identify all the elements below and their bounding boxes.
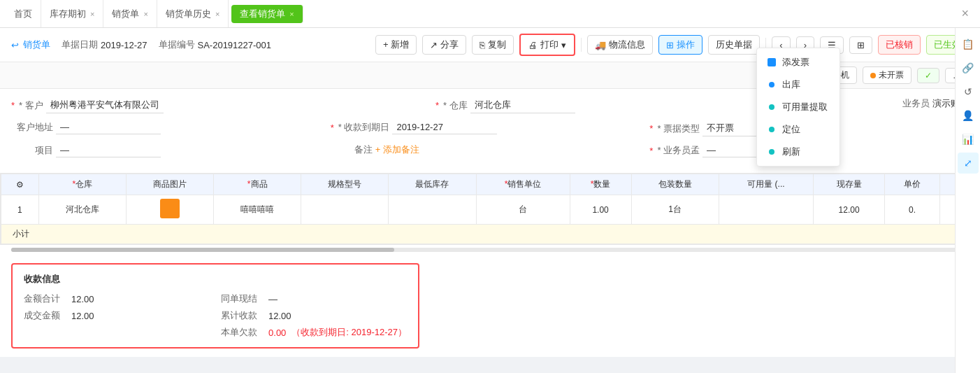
warehouse-value[interactable]: 河北仓库 — [470, 97, 575, 113]
tab-view-sales-order[interactable]: 查看销货单 × — [231, 5, 303, 23]
print-dropdown-arrow: ▾ — [561, 40, 566, 50]
sidebar-refresh-icon[interactable]: ↺ — [958, 81, 979, 102]
required-star5: * — [649, 146, 653, 156]
payment-grid: 金额合计 12.00 同单现结 — 成交金额 12.00 累计收款 12.00 — [24, 293, 407, 339]
due-date-value[interactable]: 2019-12-27 — [392, 120, 497, 134]
col-available: 可用量 (... — [719, 174, 813, 195]
current-owe-value: 0.00 — [268, 328, 286, 338]
print-highlight: 🖨 打印 ▾ — [519, 34, 575, 56]
check-button[interactable]: ✓ — [917, 68, 939, 83]
subtotal-label: 小计 — [1, 225, 979, 244]
view-grid-button[interactable]: ⊞ — [849, 36, 872, 54]
customer-label: * 客户 — [19, 99, 43, 112]
tab-label: 库存期初 — [50, 8, 86, 20]
menu-locate[interactable]: 定位 — [757, 118, 840, 141]
project-value[interactable]: — — [56, 143, 161, 157]
date-value: 2019-12-27 — [101, 40, 147, 50]
window-close-button[interactable]: × — [956, 6, 974, 21]
not-opened-label: 未开票 — [879, 69, 904, 81]
add-note-link[interactable]: + 添加备注 — [375, 143, 419, 156]
doc-actions: + 新增 ↗ 分享 ⎘ 复制 🖨 打印 ▾ 🚚 物流信息 — [375, 34, 969, 56]
sidebar-chart-icon[interactable]: 📊 — [958, 129, 979, 150]
date-label: 单据日期 — [62, 38, 98, 51]
history-button[interactable]: 历史单据 — [708, 35, 760, 55]
address-value[interactable]: — — [56, 120, 161, 134]
tab-close-icon[interactable]: × — [143, 10, 147, 18]
operation-button[interactable]: ⊞ 操作 — [658, 35, 702, 55]
row-unit-price: 0. — [885, 195, 940, 225]
same-order-row: 同单现结 — — [221, 293, 407, 305]
copy-icon: ⎘ — [480, 40, 485, 50]
sidebar-user-icon[interactable]: 👤 — [958, 105, 979, 126]
row-min-stock — [389, 195, 476, 225]
row-spec — [301, 195, 389, 225]
col-pkg-qty: 包装数量 — [631, 174, 719, 195]
sold-status-button[interactable]: 已核销 — [878, 35, 921, 55]
ticket-type-label: * 票据类型 — [657, 122, 700, 135]
note-field: 备注 + 添加备注 — [331, 143, 650, 156]
sidebar-clipboard-icon[interactable]: 📋 — [958, 34, 979, 55]
col-unit-price: 单价 — [885, 174, 940, 195]
not-opened-button[interactable]: 未开票 — [863, 66, 911, 84]
row-seq: 1 — [1, 195, 39, 225]
locate-icon — [767, 125, 777, 134]
scroll-bar[interactable] — [11, 248, 394, 252]
same-order-value: — — [268, 294, 278, 304]
separator — [581, 38, 582, 52]
add-invoice-icon — [767, 57, 777, 67]
note-label: 备注 — [331, 143, 373, 156]
row-pkg-qty: 1台 — [631, 195, 719, 225]
tab-close-icon[interactable]: × — [215, 10, 219, 18]
menu-available-qty[interactable]: 可用量提取 — [757, 96, 840, 118]
customer-value[interactable]: 柳州粤港平安气体有限公司 — [46, 97, 164, 113]
amount-total-label: 金额合计 — [24, 293, 66, 305]
col-stock: 现存量 — [814, 174, 885, 195]
sidebar-expand-icon[interactable]: ⤢ — [958, 153, 979, 174]
table-row: 1 河北仓库 嘻嘻嘻嘻 台 1.00 1台 12.00 0. — [1, 195, 979, 225]
tab-inventory-init[interactable]: 库存期初 × — [41, 0, 103, 27]
required-star4: * — [649, 123, 653, 134]
col-image: 商品图片 — [127, 174, 214, 195]
share-button[interactable]: ↗ 分享 — [422, 35, 466, 55]
cumulative-value: 12.00 — [268, 311, 291, 321]
transaction-row: 成交金额 12.00 — [24, 309, 210, 322]
due-date-hint: （收款到期日: 2019-12-27） — [291, 326, 407, 339]
row-image — [127, 195, 214, 225]
new-label: + 新增 — [383, 38, 409, 51]
col-gear[interactable]: ⚙ — [1, 174, 39, 195]
copy-button[interactable]: ⎘ 复制 — [472, 35, 514, 55]
tab-close-icon[interactable]: × — [289, 10, 294, 18]
doc-title-area: ↩ 销货单 — [11, 38, 50, 51]
tab-close-icon[interactable]: × — [90, 10, 94, 18]
amount-total-value: 12.00 — [71, 294, 94, 304]
menu-add-invoice[interactable]: 添发票 — [757, 51, 840, 73]
menu-out-warehouse[interactable]: 出库 — [757, 73, 840, 96]
tab-sales-order[interactable]: 销货单 × — [103, 0, 157, 27]
new-button[interactable]: + 新增 — [375, 35, 417, 55]
data-table: ⚙ *仓库 商品图片 *商品 规格型号 最低库存 *销售单位 *数量 包装数量 … — [1, 174, 979, 244]
row-warehouse: 河北仓库 — [38, 195, 126, 225]
cumulative-label: 累计收款 — [221, 309, 263, 322]
menu-refresh[interactable]: 刷新 — [757, 141, 840, 163]
tab-bar: 首页 库存期初 × 销货单 × 销货单历史 × 查看销货单 × × — [0, 0, 980, 28]
required-star3: * — [331, 122, 334, 133]
logistics-button[interactable]: 🚚 物流信息 — [587, 35, 653, 55]
warehouse-label: * 仓库 — [443, 99, 468, 112]
copy-label: 复制 — [488, 38, 506, 51]
sidebar-link-icon[interactable]: 🔗 — [958, 57, 979, 78]
operation-label: 操作 — [677, 38, 695, 51]
logistics-icon: 🚚 — [595, 40, 606, 50]
add-invoice-label: 添发票 — [782, 56, 809, 69]
current-owe-label: 本单欠款 — [221, 326, 263, 339]
operation-icon: ⊞ — [666, 40, 674, 50]
sold-status-label: 已核销 — [886, 39, 913, 50]
doc-meta: 单据日期 2019-12-27 单据编号 SA-20191227-001 — [62, 38, 271, 51]
tab-home[interactable]: 首页 — [6, 0, 41, 27]
address-label: 客户地址 — [11, 121, 53, 134]
tab-sales-history[interactable]: 销货单历史 × — [157, 0, 229, 27]
tab-label: 销货单历史 — [166, 8, 211, 20]
print-icon: 🖨 — [528, 40, 538, 50]
refresh-label: 刷新 — [782, 146, 800, 158]
print-button[interactable]: 🖨 打印 ▾ — [521, 36, 573, 54]
tab-label: 首页 — [14, 8, 32, 20]
